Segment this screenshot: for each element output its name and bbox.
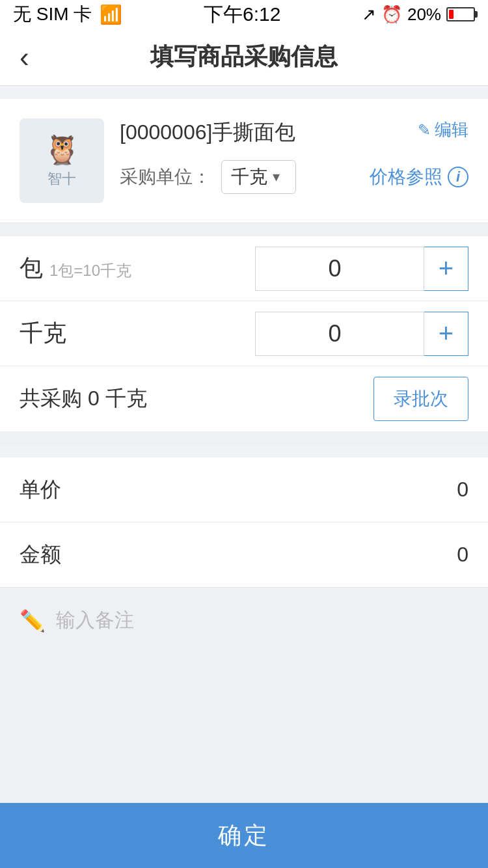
edit-button[interactable]: ✎ 编辑 — [418, 118, 468, 141]
input-section: 包 1包=10千克 + 千克 + — [0, 236, 488, 366]
bag-controls: + — [255, 247, 468, 291]
unit-price-row: 单价 0 — [0, 457, 488, 522]
bag-plus-button[interactable]: + — [424, 247, 468, 291]
status-bar-time: 下午6:12 — [204, 1, 280, 28]
location-icon: ↗ — [362, 5, 376, 25]
unit-row: 采购单位： 千克 ▾ 价格参照 i — [120, 160, 468, 194]
unit-price-value: 0 — [457, 478, 468, 502]
total-unit: 千克 — [105, 387, 147, 410]
kg-plus-button[interactable]: + — [424, 312, 468, 356]
product-name-row: [0000006]手撕面包 ✎ 编辑 — [120, 118, 468, 147]
price-ref-button[interactable]: 价格参照 i — [370, 165, 468, 189]
battery-icon — [446, 7, 475, 21]
total-batch-row: 共采购 0 千克 录批次 — [0, 366, 488, 431]
pencil-icon: ✏️ — [20, 608, 46, 633]
product-info: [0000006]手撕面包 ✎ 编辑 采购单位： 千克 ▾ 价格参照 i — [120, 118, 468, 194]
amount-label: 金额 — [20, 541, 61, 569]
product-img-sub: 智十 — [47, 169, 76, 189]
section-divider-1 — [0, 223, 488, 236]
bag-quantity-input[interactable] — [255, 247, 424, 291]
info-icon: i — [448, 167, 468, 187]
product-name: [0000006]手撕面包 — [120, 118, 295, 147]
no-sim-text: 无 SIM 卡 — [13, 2, 92, 27]
product-image: 🦉 智十 — [20, 118, 104, 203]
unit-select[interactable]: 千克 ▾ — [221, 160, 296, 194]
total-text: 共采购 0 千克 — [20, 385, 147, 413]
bag-input-row: 包 1包=10千克 + — [0, 236, 488, 301]
battery-tip — [475, 11, 478, 18]
price-ref-label: 价格参照 — [370, 165, 442, 189]
back-button[interactable]: ‹ — [20, 41, 29, 74]
edit-label: 编辑 — [435, 118, 468, 141]
remark-section[interactable]: ✏️ 输入备注 — [0, 588, 488, 653]
bag-sub-label: 1包=10千克 — [49, 260, 131, 281]
alarm-icon: ⏰ — [381, 5, 402, 25]
section-divider-2 — [0, 431, 488, 444]
kg-label-group: 千克 — [20, 318, 66, 349]
edit-icon: ✎ — [418, 121, 431, 139]
unit-price-label: 单价 — [20, 476, 61, 504]
nav-bar: ‹ 填写商品采购信息 — [0, 29, 488, 86]
battery-percent: 20% — [407, 5, 441, 25]
kg-controls: + — [255, 312, 468, 356]
status-bar: 无 SIM 卡 📶 下午6:12 ↗ ⏰ 20% — [0, 0, 488, 29]
unit-value: 千克 — [231, 165, 267, 189]
amount-value: 0 — [457, 543, 468, 567]
unit-label: 采购单位： — [120, 165, 211, 189]
product-id: [0000006] — [120, 120, 212, 144]
total-amount: 0 — [88, 387, 100, 410]
total-label: 共采购 — [20, 387, 82, 410]
wifi-icon: 📶 — [100, 4, 122, 25]
bag-label-group: 包 1包=10千克 — [20, 252, 131, 284]
kg-quantity-input[interactable] — [255, 312, 424, 356]
unit-dropdown-icon: ▾ — [273, 169, 280, 185]
battery-fill — [449, 10, 454, 19]
product-img-owl-icon: 🦉 — [44, 133, 80, 167]
batch-button[interactable]: 录批次 — [373, 377, 468, 421]
bag-label: 包 — [20, 252, 43, 284]
price-section: 单价 0 金额 0 — [0, 457, 488, 588]
page-title: 填写商品采购信息 — [150, 41, 338, 73]
status-bar-right: ↗ ⏰ 20% — [362, 5, 475, 25]
kg-label: 千克 — [20, 318, 66, 349]
remark-placeholder: 输入备注 — [56, 607, 134, 634]
status-bar-left: 无 SIM 卡 📶 — [13, 2, 122, 27]
product-card: 🦉 智十 [0000006]手撕面包 ✎ 编辑 采购单位： 千克 ▾ 价格参照 … — [0, 99, 488, 223]
kg-input-row: 千克 + — [0, 301, 488, 366]
product-title: 手撕面包 — [212, 120, 295, 144]
confirm-button[interactable]: 确定 — [0, 803, 488, 868]
amount-row: 金额 0 — [0, 522, 488, 588]
